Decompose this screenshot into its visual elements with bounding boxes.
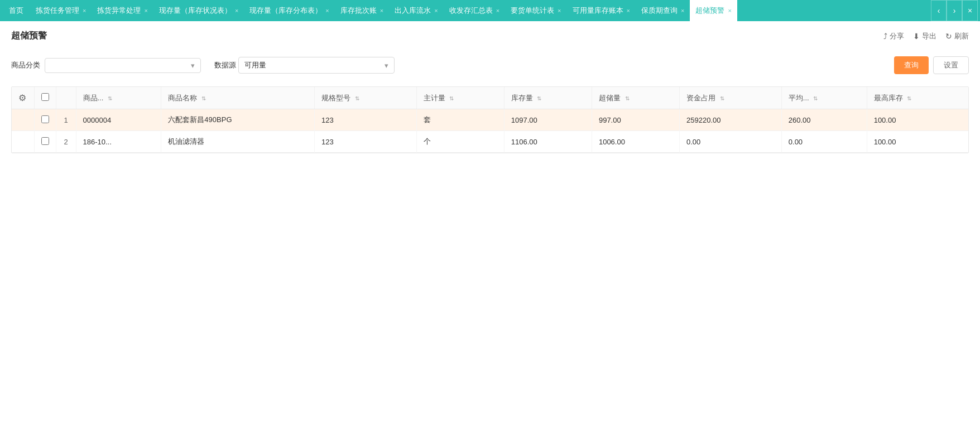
- row-index: 1: [56, 109, 76, 131]
- close-icon[interactable]: ×: [681, 7, 684, 14]
- capital-cell: 0.00: [680, 131, 782, 153]
- nav-home[interactable]: 首页: [2, 6, 30, 16]
- chevron-down-icon: ▾: [191, 61, 195, 70]
- export-button[interactable]: ⬇ 导出: [913, 31, 936, 41]
- query-button[interactable]: 查询: [894, 56, 929, 74]
- settings-icon[interactable]: ⚙: [18, 93, 26, 103]
- row-settings-cell: [12, 109, 34, 131]
- header-actions: ⤴ 分享 ⬇ 导出 ↻ 刷新: [883, 31, 969, 41]
- data-table-container: ⚙ 商品... ⇅ 商品名称 ⇅ 规格型号: [11, 86, 969, 153]
- sort-icon: ⇅: [201, 95, 206, 101]
- sort-icon: ⇅: [625, 95, 630, 101]
- row-checkbox[interactable]: [41, 137, 49, 145]
- filter-actions: 查询 设置: [894, 56, 969, 74]
- unit-col-header[interactable]: 主计量 ⇅: [416, 87, 504, 109]
- overstock-col-header[interactable]: 超储量 ⇅: [592, 87, 679, 109]
- close-icon[interactable]: ×: [627, 7, 630, 14]
- top-navigation: 首页 拣货任务管理 × 拣货异常处理 × 现存量（库存状况表） × 现存量（库存…: [0, 0, 980, 21]
- spec-cell: 123: [314, 131, 416, 153]
- nav-arrow-left[interactable]: ‹: [931, 0, 947, 21]
- sort-icon: ⇅: [720, 95, 724, 101]
- settings-button[interactable]: 设置: [933, 56, 969, 74]
- close-icon[interactable]: ×: [558, 7, 561, 14]
- sort-icon: ⇅: [355, 95, 359, 101]
- avg-col-header[interactable]: 平均... ⇅: [781, 87, 867, 109]
- data-table: ⚙ 商品... ⇅ 商品名称 ⇅ 规格型号: [12, 87, 968, 153]
- share-icon: ⤴: [883, 32, 887, 41]
- nav-item-recv-summary[interactable]: 收发存汇总表 ×: [444, 0, 505, 21]
- table-row: 2 186-10... 机油滤清器 123 个 1106.00 1006.00 …: [12, 131, 968, 153]
- close-icon[interactable]: ×: [235, 7, 238, 14]
- overstock-cell: 997.00: [592, 109, 679, 131]
- nav-arrows: ‹ › ×: [931, 0, 978, 21]
- product-name-cell: 机油滤清器: [161, 131, 315, 153]
- settings-col-header: ⚙: [12, 87, 34, 109]
- row-select-cell[interactable]: [34, 109, 56, 131]
- nav-arrow-close[interactable]: ×: [962, 0, 978, 21]
- sort-icon: ⇅: [907, 95, 911, 101]
- select-col-header: [34, 87, 56, 109]
- row-checkbox[interactable]: [41, 115, 49, 123]
- nav-item-order-stats[interactable]: 要货单统计表 ×: [505, 0, 566, 21]
- product-code-cell: 0000004: [76, 109, 161, 131]
- nav-arrow-right[interactable]: ›: [947, 0, 962, 21]
- nav-item-abnormal[interactable]: 拣货异常处理 ×: [92, 0, 153, 21]
- product-name-cell: 六配套新昌490BPG: [161, 109, 315, 131]
- sort-icon: ⇅: [108, 95, 112, 101]
- sort-icon: ⇅: [537, 95, 541, 101]
- select-all-checkbox[interactable]: [41, 93, 49, 101]
- table-body: 1 0000004 六配套新昌490BPG 123 套 1097.00 997.…: [12, 109, 968, 153]
- nav-item-overstock-warning[interactable]: 超储预警 ×: [690, 0, 737, 21]
- close-icon[interactable]: ×: [144, 7, 147, 14]
- export-icon: ⬇: [913, 32, 920, 41]
- product-name-col-header[interactable]: 商品名称 ⇅: [161, 87, 315, 109]
- category-select[interactable]: ▾: [45, 58, 201, 73]
- nav-item-batch-account[interactable]: 库存批次账 ×: [335, 0, 389, 21]
- nav-item-inventory-status[interactable]: 现存量（库存状况表） ×: [153, 0, 244, 21]
- row-settings-cell: [12, 131, 34, 153]
- nav-item-inout-flow[interactable]: 出入库流水 ×: [389, 0, 443, 21]
- stock-cell: 1097.00: [504, 109, 592, 131]
- close-icon[interactable]: ×: [496, 7, 499, 14]
- unit-cell: 套: [416, 109, 504, 131]
- max-stock-col-header[interactable]: 最高库存 ⇅: [867, 87, 968, 109]
- share-button[interactable]: ⤴ 分享: [883, 31, 904, 41]
- sort-icon: ⇅: [449, 95, 454, 101]
- category-filter: 商品分类 ▾: [11, 58, 201, 73]
- close-icon[interactable]: ×: [380, 7, 383, 14]
- refresh-button[interactable]: ↻ 刷新: [945, 31, 969, 41]
- index-col-header: [56, 87, 76, 109]
- max-stock-cell: 100.00: [867, 109, 968, 131]
- close-icon[interactable]: ×: [434, 7, 438, 14]
- category-label: 商品分类: [11, 60, 40, 70]
- table-header-row: ⚙ 商品... ⇅ 商品名称 ⇅ 规格型号: [12, 87, 968, 109]
- product-code-col-header[interactable]: 商品... ⇅: [76, 87, 161, 109]
- nav-item-quality-query[interactable]: 保质期查询 ×: [636, 0, 690, 21]
- spec-col-header[interactable]: 规格型号 ⇅: [314, 87, 416, 109]
- nav-item-inventory-dist[interactable]: 现存量（库存分布表） ×: [244, 0, 334, 21]
- row-select-cell[interactable]: [34, 131, 56, 153]
- capital-col-header[interactable]: 资金占用 ⇅: [680, 87, 782, 109]
- nav-item-available-account[interactable]: 可用量库存账本 ×: [567, 0, 636, 21]
- nav-item-task-mgmt[interactable]: 拣货任务管理 ×: [30, 0, 92, 21]
- product-code-cell: 186-10...: [76, 131, 161, 153]
- close-icon[interactable]: ×: [83, 7, 86, 14]
- filter-bar: 商品分类 ▾ 数据源 可用量 ▾ 查询 设置: [11, 51, 969, 80]
- datasource-label: 数据源: [214, 60, 236, 70]
- close-icon[interactable]: ×: [325, 7, 329, 14]
- stock-col-header[interactable]: 库存量 ⇅: [504, 87, 592, 109]
- datasource-select[interactable]: 可用量 ▾: [238, 57, 395, 74]
- datasource-filter: 数据源 可用量 ▾: [214, 57, 395, 74]
- sort-icon: ⇅: [813, 95, 818, 101]
- page-container: 超储预警 ⤴ 分享 ⬇ 导出 ↻ 刷新 商品分类 ▾ 数据源: [0, 21, 980, 446]
- avg-cell: 260.00: [781, 109, 867, 131]
- row-index: 2: [56, 131, 76, 153]
- close-icon[interactable]: ×: [728, 7, 731, 14]
- table-row: 1 0000004 六配套新昌490BPG 123 套 1097.00 997.…: [12, 109, 968, 131]
- stock-cell: 1106.00: [504, 131, 592, 153]
- refresh-icon: ↻: [945, 32, 952, 41]
- spec-cell: 123: [314, 109, 416, 131]
- max-stock-cell: 100.00: [867, 131, 968, 153]
- unit-cell: 个: [416, 131, 504, 153]
- datasource-value: 可用量: [244, 60, 266, 70]
